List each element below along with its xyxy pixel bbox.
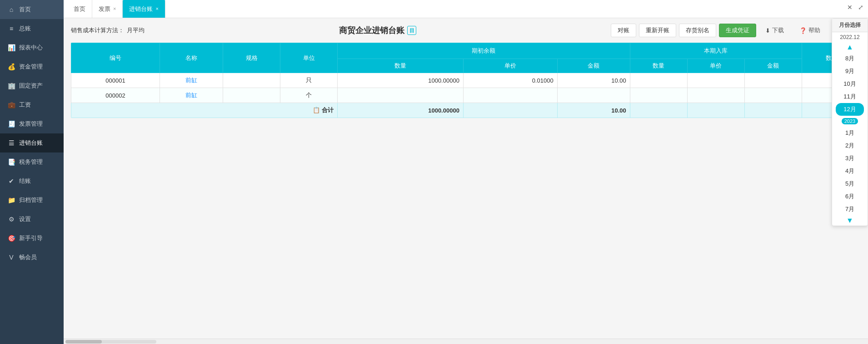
month-item-6[interactable]: 6月 xyxy=(832,190,868,203)
month-item-10[interactable]: 10月 xyxy=(832,78,868,90)
sidebar-item-guide[interactable]: 🎯 新手引导 xyxy=(0,229,64,248)
total-in-qty xyxy=(630,103,687,118)
cell-begin-price xyxy=(463,88,557,103)
sidebar-item-vip[interactable]: V 畅会员 xyxy=(0,248,64,267)
tab-home[interactable]: 首页 xyxy=(67,0,92,18)
sidebar-item-invoice-mgmt[interactable]: 🧾 发票管理 xyxy=(0,114,64,133)
cell-begin-qty xyxy=(338,88,464,103)
vip-icon: V xyxy=(7,254,15,261)
month-item-1[interactable]: 1月 xyxy=(832,127,868,139)
tab-home-label: 首页 xyxy=(74,5,85,13)
month-item-7[interactable]: 7月 xyxy=(832,203,868,216)
sidebar-item-label: 进销台账 xyxy=(19,139,43,147)
sidebar-item-archive[interactable]: 📁 归档管理 xyxy=(0,191,64,210)
month-item-5[interactable]: 5月 xyxy=(832,177,868,190)
download-button[interactable]: ⬇ 下载 xyxy=(759,24,790,37)
cost-method-label: 销售成本计算方法： xyxy=(71,26,124,34)
month-item-12[interactable]: 12月 xyxy=(836,103,864,116)
action-buttons: 对账 重新开账 存货别名 生成凭证 ⬇ 下载 ❓ 帮助 ↻ 刷新 xyxy=(611,24,861,37)
cell-in-qty xyxy=(630,88,687,103)
total-begin-qty: 1000.00000 xyxy=(338,103,464,118)
tab-inventory-ledger[interactable]: 进销台账 × xyxy=(123,0,165,18)
generate-voucher-button[interactable]: 生成凭证 xyxy=(719,24,756,37)
cell-begin-qty: 1000.00000 xyxy=(338,73,464,88)
tab-invoice[interactable]: 发票 × xyxy=(92,0,123,18)
total-in-amount xyxy=(744,103,802,118)
reports-icon: 📊 xyxy=(7,44,15,51)
sidebar-item-label: 发票管理 xyxy=(19,120,43,128)
cell-code: 000002 xyxy=(71,88,160,103)
table-row: 000002 前缸 个 xyxy=(71,88,861,103)
month-nav-up[interactable]: ▲ xyxy=(832,42,868,52)
col-header-inbound: 本期入库 xyxy=(630,43,802,59)
total-begin-price xyxy=(463,103,557,118)
cost-method-value: 月平均 xyxy=(127,26,145,34)
sidebar-item-settings[interactable]: ⚙ 设置 xyxy=(0,210,64,229)
month-item-8[interactable]: 8月 xyxy=(832,52,868,65)
title-info-icon[interactable]: 目 xyxy=(407,26,416,35)
page-title-text: 商贸企业进销台账 xyxy=(339,25,404,36)
sidebar-item-inventory[interactable]: ☰ 进销台账 xyxy=(0,133,64,152)
sidebar-item-home[interactable]: ⌂ 首页 xyxy=(0,0,64,19)
cell-in-price xyxy=(687,73,744,88)
total-label: 📋合计 xyxy=(71,103,338,118)
sidebar-item-label: 首页 xyxy=(19,5,31,14)
sidebar-item-tax[interactable]: 📑 税务管理 xyxy=(0,152,64,172)
cell-in-amount xyxy=(744,73,802,88)
download-icon: ⬇ xyxy=(765,27,770,34)
sidebar: ⌂ 首页 ≡ 总账 📊 报表中心 💰 资金管理 🏢 固定资产 💼 工资 🧾 发票… xyxy=(0,0,64,344)
month-item-3[interactable]: 3月 xyxy=(832,152,868,165)
col-header-name: 名称 xyxy=(160,43,223,73)
sidebar-item-salary[interactable]: 💼 工资 xyxy=(0,95,64,114)
sidebar-item-label: 归档管理 xyxy=(19,196,43,204)
cell-spec xyxy=(223,73,280,88)
sub-header-begin-amount: 金额 xyxy=(557,59,630,73)
col-header-begin-balance: 期初余额 xyxy=(338,43,630,59)
sidebar-item-reports[interactable]: 📊 报表中心 xyxy=(0,38,64,57)
year-2022-label: 2022.12 xyxy=(832,32,868,42)
cell-spec xyxy=(223,88,280,103)
archive-icon: 📁 xyxy=(7,197,15,204)
month-item-11[interactable]: 11月 xyxy=(832,90,868,103)
cell-name: 前缸 xyxy=(160,88,223,103)
save-alias-button[interactable]: 存货别名 xyxy=(679,24,716,37)
cell-begin-amount: 10.00 xyxy=(557,73,630,88)
cell-code: 000001 xyxy=(71,73,160,88)
tab-invoice-label: 发票 xyxy=(99,5,110,13)
tab-inventory-label: 进销台账 xyxy=(129,5,153,13)
sidebar-item-label: 资金管理 xyxy=(19,63,43,71)
reopen-button[interactable]: 重新开账 xyxy=(639,24,676,37)
close-button[interactable]: ✕ xyxy=(846,4,853,11)
reconcile-button[interactable]: 对账 xyxy=(611,24,636,37)
help-button[interactable]: ❓ 帮助 xyxy=(793,24,827,37)
funds-icon: 💰 xyxy=(7,63,15,70)
maximize-button[interactable]: ⤢ xyxy=(857,4,864,11)
invoice-mgmt-icon: 🧾 xyxy=(7,120,15,128)
table-row: 000001 前缸 只 1000.00000 0.01000 10.00 xyxy=(71,73,861,88)
month-item-2[interactable]: 2月 xyxy=(832,139,868,152)
page-title: 商贸企业进销台账 目 xyxy=(339,25,416,36)
window-controls: ✕ ⤢ xyxy=(846,4,864,11)
main-area: ✕ ⤢ 首页 发票 × 进销台账 × 销售成本计算方法： 月平均 商贸企业进销台… xyxy=(64,0,868,344)
tab-invoice-close[interactable]: × xyxy=(113,6,116,11)
total-in-price xyxy=(687,103,744,118)
sidebar-item-ledger[interactable]: ≡ 总账 xyxy=(0,19,64,38)
tax-icon: 📑 xyxy=(7,158,15,166)
month-item-9[interactable]: 9月 xyxy=(832,65,868,78)
sidebar-item-checkout[interactable]: ✔ 结账 xyxy=(0,172,64,191)
sidebar-item-assets[interactable]: 🏢 固定资产 xyxy=(0,76,64,95)
scrollbar-thumb xyxy=(65,340,102,344)
sidebar-item-label: 工资 xyxy=(19,101,31,109)
cell-begin-amount xyxy=(557,88,630,103)
col-header-spec: 规格 xyxy=(223,43,280,73)
month-nav-down[interactable]: ▼ xyxy=(832,216,868,226)
inventory-table: 编号 名称 规格 单位 期初余额 本期入库 数... 数量 单价 金额 数量 单… xyxy=(71,43,861,118)
total-row: 📋合计 1000.00000 10.00 xyxy=(71,103,861,118)
month-item-4[interactable]: 4月 xyxy=(832,165,868,177)
sidebar-item-funds[interactable]: 💰 资金管理 xyxy=(0,57,64,76)
tab-inventory-close[interactable]: × xyxy=(155,6,158,11)
month-panel: 月份选择 2022.12 ▲ 8月 9月 10月 11月 12月 2023 1月… xyxy=(832,18,868,226)
inventory-icon: ☰ xyxy=(7,139,15,147)
col-header-unit: 单位 xyxy=(280,43,338,73)
bottom-scrollbar[interactable] xyxy=(64,339,868,344)
